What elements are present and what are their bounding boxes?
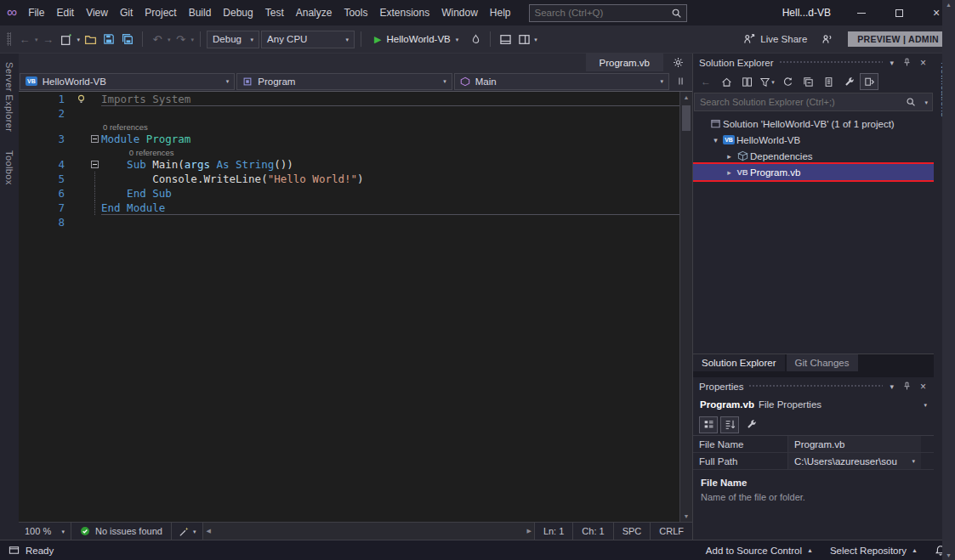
menu-build[interactable]: Build — [183, 4, 218, 21]
lightbulb-icon[interactable] — [73, 92, 88, 106]
panel-options-caret-icon[interactable]: ▾ — [888, 59, 895, 67]
window-pane-split-button[interactable] — [515, 30, 532, 48]
search-options-caret-icon[interactable]: ▾ — [924, 99, 928, 105]
dropdown-caret-icon[interactable]: ▾ — [908, 458, 915, 465]
window-pane-button[interactable] — [497, 30, 514, 48]
navigate-backward-button[interactable]: ← — [16, 30, 33, 48]
code-line-4[interactable]: 4 Sub Main(args As String()) — [19, 157, 679, 172]
menu-test[interactable]: Test — [259, 4, 290, 21]
code-editor[interactable]: 1Imports System20 references3Module Prog… — [19, 92, 692, 522]
codelens-row[interactable]: 0 references — [19, 146, 679, 157]
start-debugging-button[interactable]: ▶ HelloWorld-VB ▾ — [367, 30, 465, 48]
save-all-button[interactable] — [119, 30, 136, 48]
line-indicator[interactable]: Ln: 1 — [535, 523, 573, 540]
line-ending-indicator[interactable]: CRLF — [651, 523, 692, 540]
feedback-button[interactable] — [819, 30, 836, 48]
close-panel-icon[interactable]: × — [918, 57, 928, 69]
tab-git-changes[interactable]: Git Changes — [787, 354, 858, 371]
search-input[interactable] — [530, 8, 671, 18]
scroll-up-icon[interactable]: ▲ — [946, 2, 952, 8]
menu-file[interactable]: File — [22, 4, 50, 21]
menu-project[interactable]: Project — [139, 4, 182, 21]
expander-closed-icon[interactable]: ▸ — [724, 168, 735, 177]
property-row[interactable]: File NameProgram.vb — [693, 436, 934, 453]
member-dropdown[interactable]: Main ▾ — [454, 73, 669, 90]
back-button[interactable]: ← — [696, 73, 715, 90]
menu-git[interactable]: Git — [114, 4, 139, 21]
property-row[interactable]: Full PathC:\Users\azureuser\sou▾ — [693, 453, 934, 470]
undo-caret-icon[interactable]: ▾ — [168, 37, 171, 42]
tab-solution-explorer[interactable]: Solution Explorer — [693, 354, 785, 371]
refresh-button[interactable] — [778, 73, 797, 90]
scrollbar-track[interactable] — [680, 103, 692, 511]
undo-button[interactable]: ↶ — [149, 30, 166, 48]
add-to-source-control-button[interactable]: Add to Source Control ▲ — [706, 546, 813, 556]
navigate-backward-caret-icon[interactable]: ▾ — [35, 37, 38, 42]
home-button[interactable] — [717, 73, 736, 90]
zoom-select[interactable]: 100 % ▾ — [19, 523, 71, 540]
code-line-5[interactable]: 5 Console.WriteLine("Hello World!") — [19, 172, 679, 186]
code-line-7[interactable]: 7End Module — [19, 201, 679, 215]
solution-platforms-combo[interactable]: Any CPU ▾ — [261, 31, 355, 48]
tree-item[interactable]: ▾VBHelloWorld-VB — [693, 132, 934, 148]
tree-item[interactable]: ▸Dependencies — [693, 148, 934, 164]
scroll-down-icon[interactable]: ▼ — [946, 552, 952, 558]
code-line-2[interactable]: 2 — [19, 106, 679, 121]
column-indicator[interactable]: Ch: 1 — [573, 523, 613, 540]
show-all-files-button[interactable] — [819, 73, 838, 90]
open-file-button[interactable] — [82, 30, 99, 48]
properties-scrollbar[interactable]: ▲ ▼ — [942, 0, 955, 560]
server-explorer-tab[interactable]: Server Explorer — [4, 62, 14, 132]
menu-tools[interactable]: Tools — [338, 4, 373, 21]
scroll-left-icon[interactable]: ◀ — [206, 528, 210, 535]
type-dropdown[interactable]: Program ▾ — [236, 73, 452, 90]
expander-open-icon[interactable]: ▾ — [710, 136, 721, 144]
quick-search[interactable] — [529, 4, 687, 22]
tree-item[interactable]: Solution 'HelloWorld-VB' (1 of 1 project… — [693, 116, 934, 132]
menu-debug[interactable]: Debug — [217, 4, 259, 21]
code-line-3[interactable]: 3Module Program — [19, 132, 679, 146]
no-issues-indicator[interactable]: No issues found — [71, 523, 172, 540]
categorized-button[interactable] — [699, 416, 718, 433]
redo-button[interactable]: ↷ — [173, 30, 190, 48]
visual-studio-logo-icon[interactable]: ∞ — [7, 0, 17, 25]
toolbox-tab[interactable]: Toolbox — [4, 150, 14, 185]
scroll-up-icon[interactable]: ▲ — [684, 92, 690, 103]
pin-icon[interactable] — [901, 382, 913, 391]
save-button[interactable] — [100, 30, 117, 48]
solution-explorer-search[interactable]: ▾ — [694, 93, 933, 111]
menu-window[interactable]: Window — [435, 4, 484, 21]
solution-configurations-combo[interactable]: Debug ▾ — [207, 31, 259, 48]
panel-options-caret-icon[interactable]: ▾ — [888, 382, 895, 391]
split-window-button[interactable] — [671, 76, 691, 86]
document-tab-program-vb[interactable]: Program.vb — [586, 54, 663, 71]
hot-reload-button[interactable] — [467, 30, 484, 48]
pending-changes-filter-button[interactable]: ▾ — [758, 73, 776, 90]
navigate-forward-button[interactable]: → — [40, 30, 57, 48]
select-repository-button[interactable]: Select Repository ▲ — [830, 546, 918, 556]
scroll-right-icon[interactable]: ▶ — [526, 528, 531, 535]
property-value[interactable]: C:\Users\azureuser\sou▾ — [788, 453, 921, 469]
property-value[interactable]: Program.vb — [788, 436, 921, 452]
editor-vertical-scrollbar[interactable]: ▲ ▼ — [679, 92, 692, 522]
document-well-options-button[interactable] — [663, 54, 692, 71]
menu-extensions[interactable]: Extensions — [373, 4, 435, 21]
scroll-down-icon[interactable]: ▼ — [684, 511, 690, 522]
properties-wrench-button[interactable] — [839, 73, 858, 90]
switch-views-button[interactable] — [737, 73, 756, 90]
window-pane-caret-icon[interactable]: ▾ — [534, 37, 537, 42]
menu-analyze[interactable]: Analyze — [290, 4, 338, 21]
code-line-8[interactable]: 8 — [19, 215, 679, 229]
editor-horizontal-scrollbar[interactable]: ◀ ▶ — [203, 523, 534, 540]
sync-with-active-document-button[interactable] — [860, 73, 878, 90]
minimize-button[interactable] — [843, 0, 880, 25]
code-line-1[interactable]: 1Imports System — [19, 92, 679, 106]
pin-icon[interactable] — [901, 58, 913, 67]
new-project-caret-icon[interactable]: ▾ — [77, 37, 81, 42]
codelens-row[interactable]: 0 references — [19, 121, 679, 132]
expander-closed-icon[interactable]: ▸ — [724, 152, 735, 161]
close-panel-icon[interactable]: × — [918, 381, 928, 393]
live-share-button[interactable]: Live Share — [743, 33, 807, 45]
code-line-6[interactable]: 6 End Sub — [19, 186, 679, 201]
collapse-region-icon[interactable] — [88, 157, 101, 172]
